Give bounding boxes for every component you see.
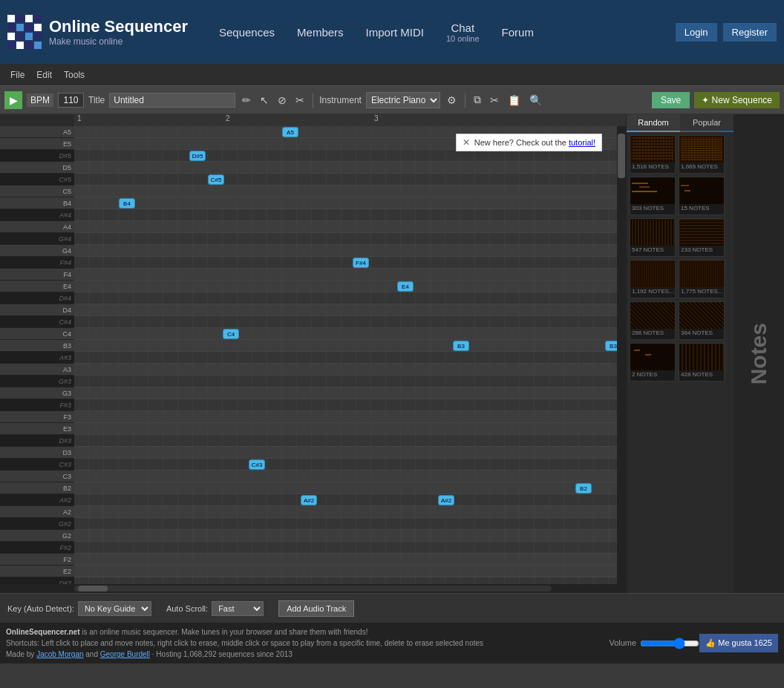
piano-key-g4[interactable]: G4 [0,245,74,257]
grid-row-f4[interactable] [74,269,617,281]
piano-key-e3[interactable]: E3 [0,423,74,435]
grid-row-ds3[interactable] [74,435,617,447]
add-audio-track-button[interactable]: Add Audio Track [278,600,354,617]
grid-row-a2[interactable] [74,506,617,518]
note-grid[interactable]: ✕ New here? Check out the tutorial! [74,126,617,584]
facebook-like[interactable]: 👍 Me gusta 1625 [699,634,778,652]
piano-key-cs4[interactable]: C#4 [0,316,74,328]
grid-row-e3[interactable] [74,423,617,435]
piano-key-gs3[interactable]: G#3 [0,376,74,387]
key-select[interactable]: No Key Guide C Major G Major D Major A M… [78,601,151,616]
piano-key-c4[interactable]: C4 [0,328,74,340]
login-button[interactable]: Login [676,23,717,42]
piano-key-d4[interactable]: D4 [0,304,74,316]
grid-row-gs2[interactable] [74,518,617,530]
footer-author1[interactable]: Jacob Morgan [36,650,83,658]
thumbnail-4[interactable]: 15 NOTES [679,177,725,215]
grid-row-gs3[interactable] [74,376,617,387]
grid-row-d3[interactable] [74,447,617,459]
grid-row-d4[interactable] [74,304,617,316]
register-button[interactable]: Register [723,23,777,42]
auto-scroll-select[interactable]: Off Slow Medium Fast [212,601,264,616]
play-button[interactable]: ▶ [4,91,22,109]
title-input[interactable] [109,93,235,108]
grid-row-b2[interactable] [74,482,617,494]
thumbnail-6[interactable]: 233 NOTES [679,218,725,257]
grid-row-a4[interactable] [74,221,617,233]
undo-icon[interactable]: ⊘ [275,93,289,108]
grid-row-ds5[interactable] [74,150,617,162]
piano-key-e2[interactable]: E2 [0,566,74,577]
paste-icon[interactable]: 📋 [506,93,523,108]
horizontal-scroll-thumb[interactable] [78,586,108,592]
piano-key-d3[interactable]: D3 [0,447,74,459]
menu-tools[interactable]: Tools [59,68,89,82]
pencil-icon[interactable]: ✏ [240,93,253,108]
piano-key-a3[interactable]: A3 [0,364,74,376]
nav-sequences[interactable]: Sequences [219,26,275,39]
nav-midi[interactable]: Import MIDI [366,26,424,39]
menu-file[interactable]: File [6,68,29,82]
piano-key-as4[interactable]: A#4 [0,209,74,221]
horizontal-scrollbar-track[interactable] [74,586,552,592]
volume-slider[interactable] [640,638,699,649]
grid-row-fs4[interactable] [74,257,617,269]
save-button[interactable]: Save [652,92,690,108]
thumbnail-7[interactable]: 1,192 NOTES... [630,260,676,298]
grid-row-fs3[interactable] [74,399,617,411]
piano-key-as3[interactable]: A#3 [0,352,74,364]
piano-key-e5[interactable]: E5 [0,138,74,150]
footer-author2[interactable]: George Burdell [100,650,150,658]
thumbnail-11[interactable]: 2 NOTES [630,343,676,381]
piano-key-fs2[interactable]: F#2 [0,542,74,554]
piano-key-f2[interactable]: F2 [0,554,74,566]
bpm-input[interactable] [58,93,84,108]
piano-key-c3[interactable]: C3 [0,471,74,482]
grid-row-c4[interactable] [74,328,617,340]
tooltip-close[interactable]: ✕ [463,137,470,148]
nav-members[interactable]: Members [297,26,344,39]
thumbnail-10[interactable]: 364 NOTES [679,301,725,340]
piano-key-b2[interactable]: B2 [0,482,74,494]
piano-key-as2[interactable]: A#2 [0,494,74,506]
cut-icon[interactable]: ✂ [488,93,501,108]
grid-row-e2[interactable] [74,566,617,577]
thumbnail-3[interactable]: 303 NOTES [630,177,676,215]
thumbnail-8[interactable]: 1,775 NOTES... [679,260,725,298]
nav-forum[interactable]: Forum [502,26,534,39]
grid-row-g2[interactable] [74,530,617,542]
piano-key-g3[interactable]: G3 [0,387,74,399]
piano-key-gs2[interactable]: G#2 [0,518,74,530]
cursor-icon[interactable]: ↖ [258,93,271,108]
piano-key-f4[interactable]: F4 [0,269,74,281]
grid-row-a3[interactable] [74,364,617,376]
piano-key-cs5[interactable]: C#5 [0,174,74,186]
piano-key-b3[interactable]: B3 [0,340,74,352]
thumbnail-5[interactable]: 547 NOTES [630,218,676,257]
thumbnail-12[interactable]: 428 NOTES [679,343,725,381]
grid-row-gs4[interactable] [74,233,617,245]
piano-key-g2[interactable]: G2 [0,530,74,542]
piano-key-a2[interactable]: A2 [0,506,74,518]
piano-key-e4[interactable]: E4 [0,281,74,292]
piano-key-b4[interactable]: B4 [0,197,74,209]
copy-icon[interactable]: ⧉ [471,92,483,108]
grid-row-e4[interactable] [74,281,617,292]
grid-row-g3[interactable] [74,387,617,399]
menu-edit[interactable]: Edit [32,68,56,82]
nav-chat[interactable]: Chat [451,22,474,34]
piano-key-fs3[interactable]: F#3 [0,399,74,411]
thumbnail-9[interactable]: 286 NOTES [630,301,676,340]
thumbnail-2[interactable]: 1,669 NOTES [679,135,725,174]
piano-key-a5[interactable]: A5 [0,126,74,138]
new-sequence-button[interactable]: ✦ New Sequence [694,92,780,108]
grid-row-d5[interactable] [74,162,617,174]
piano-key-ds5[interactable]: D#5 [0,150,74,162]
piano-key-d5[interactable]: D5 [0,162,74,174]
piano-key-f3[interactable]: F3 [0,411,74,423]
piano-key-ds2[interactable]: D#2 [0,577,74,584]
scissors-icon[interactable]: ✂ [293,93,307,108]
grid-row-as2[interactable] [74,494,617,506]
grid-row-b3[interactable] [74,340,617,352]
instrument-select[interactable]: Electric Piano [366,92,440,108]
